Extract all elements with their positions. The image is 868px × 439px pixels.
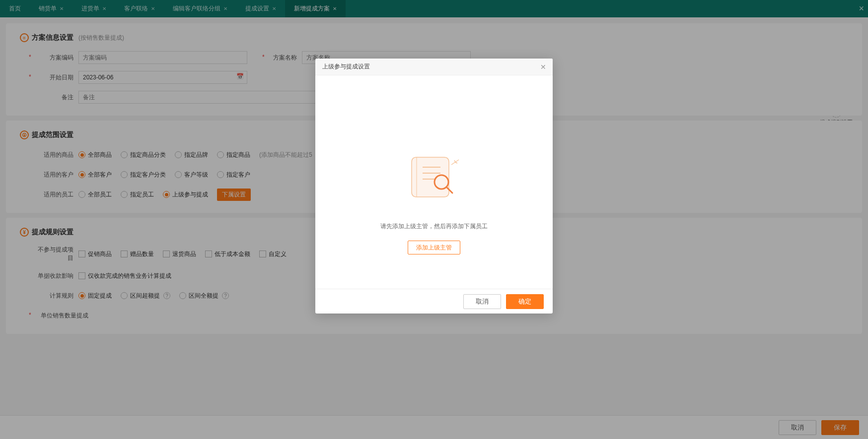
modal-body: 请先添加上级主管，然后再添加下属员工 添加上级主管 bbox=[315, 75, 553, 289]
close-icon[interactable]: ✕ bbox=[539, 63, 548, 71]
add-superior-button[interactable]: 添加上级主管 bbox=[408, 241, 460, 254]
empty-state-text: 请先添加上级主管，然后再添加下属员工 bbox=[380, 222, 488, 231]
modal-ok-button[interactable]: 确定 bbox=[506, 294, 544, 309]
modal-header: 上级参与提成设置 ✕ bbox=[315, 59, 553, 75]
modal-cancel-button[interactable]: 取消 bbox=[463, 294, 501, 309]
modal-title: 上级参与提成设置 bbox=[322, 63, 370, 71]
superior-commission-modal: 上级参与提成设置 ✕ 请先添加上级主管，然后再添加下属员工 添加上级主管 取消 … bbox=[315, 59, 553, 314]
empty-illustration-icon bbox=[402, 140, 466, 214]
modal-footer: 取消 确定 bbox=[315, 289, 553, 314]
